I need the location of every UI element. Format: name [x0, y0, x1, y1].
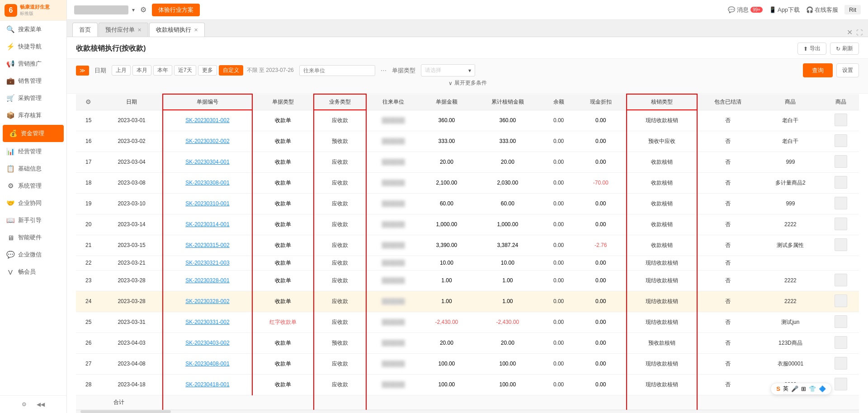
- table-row[interactable]: 27 2023-04-08 SK-20230408-001 收款单 应收款 ██…: [76, 353, 859, 374]
- table-row[interactable]: 20 2023-03-14 SK-20230314-001 收款单 应收款 ██…: [76, 214, 859, 235]
- col-biz-type[interactable]: 业务类型: [314, 94, 366, 110]
- voucher-link-7[interactable]: SK-20230321-003: [185, 260, 229, 266]
- scroll-bar[interactable]: [76, 410, 859, 413]
- tab-collection[interactable]: 收款核销执行 ✕: [149, 23, 205, 37]
- sidebar-item-采购管理[interactable]: 🛒采购管理: [0, 90, 66, 107]
- user-avatar[interactable]: Rit: [844, 5, 861, 14]
- col-voucher-no[interactable]: 单据编号: [163, 94, 252, 110]
- col-product2[interactable]: 商品: [823, 94, 859, 110]
- maximize-btn[interactable]: ⛶: [856, 29, 863, 36]
- table-row[interactable]: 19 2023-03-10 SK-20230310-001 收款单 应收款 ██…: [76, 193, 859, 214]
- sidebar-item-企业协同[interactable]: 🤝企业协同: [0, 195, 66, 212]
- tab-prepay[interactable]: 预付应付单 ✕: [99, 23, 148, 37]
- export-btn[interactable]: ⬆ 导出: [797, 43, 826, 55]
- voucher-link-4[interactable]: SK-20230310-001: [185, 200, 229, 207]
- close-window-btn[interactable]: ✕: [847, 28, 853, 37]
- app-download-btn[interactable]: 📱 App下载: [769, 6, 800, 14]
- cell-included-0: 否: [697, 110, 758, 131]
- voucher-link-0[interactable]: SK-20230301-002: [185, 117, 229, 123]
- cell-biz-type-13: 应收款: [314, 374, 366, 395]
- tab-home[interactable]: 首页: [72, 23, 98, 37]
- table-row[interactable]: 16 2023-03-02 SK-20230302-002 收款单 预收款 ██…: [76, 131, 859, 152]
- date-last-month-btn[interactable]: 上月: [112, 65, 131, 76]
- topbar-gear-icon[interactable]: ⚙: [138, 5, 148, 15]
- sidebar-item-基础信息[interactable]: 📋基础信息: [0, 160, 66, 177]
- counterpart-input[interactable]: [299, 65, 375, 76]
- col-amount[interactable]: 单据金额: [420, 94, 473, 110]
- setting-btn[interactable]: 设置: [836, 63, 859, 77]
- filter-toggle-btn[interactable]: ≫: [76, 66, 89, 76]
- sidebar-item-库存核算[interactable]: 📦库存核算: [0, 107, 66, 124]
- col-included[interactable]: 包含已结清: [697, 94, 758, 110]
- date-more-btn[interactable]: 更多: [198, 65, 217, 76]
- table-row[interactable]: 24 2023-03-28 SK-20230328-002 收款单 应收款 ██…: [76, 291, 859, 312]
- voucher-link-13[interactable]: SK-20230418-001: [185, 381, 229, 388]
- sidebar-item-营销推广[interactable]: 📢营销推广: [0, 55, 66, 72]
- filter-more-options[interactable]: ···: [381, 66, 387, 75]
- table-row[interactable]: 21 2023-03-15 SK-20230315-002 收款单 应收款 ██…: [76, 235, 859, 256]
- expand-conditions-btn[interactable]: ∨ 展开更多条件: [448, 79, 487, 87]
- sidebar-item-搜索菜单[interactable]: 🔍搜索菜单: [0, 21, 66, 38]
- refresh-btn[interactable]: ↻ 刷新: [830, 43, 859, 55]
- tab-prepay-close[interactable]: ✕: [137, 27, 142, 33]
- col-cancel-type[interactable]: 核销类型: [627, 94, 697, 110]
- sidebar-item-企业微信[interactable]: 💬企业微信: [0, 246, 66, 263]
- sidebar-item-销售管理[interactable]: 💼销售管理: [0, 72, 66, 90]
- sidebar-item-智能硬件[interactable]: 🖥智能硬件: [0, 229, 66, 246]
- voucher-link-10[interactable]: SK-20230331-002: [185, 319, 229, 325]
- voucher-link-6[interactable]: SK-20230315-002: [185, 242, 229, 248]
- sidebar-item-新手引导[interactable]: 📖新手引导: [0, 212, 66, 229]
- table-row[interactable]: 15 2023-03-01 SK-20230301-002 收款单 应收款 ██…: [76, 110, 859, 131]
- sidebar-item-系统管理[interactable]: ⚙系统管理: [0, 177, 66, 195]
- grid-icon[interactable]: ⊞: [801, 385, 806, 392]
- table-row[interactable]: 22 2023-03-21 SK-20230321-003 收款单 应收款 ██…: [76, 256, 859, 270]
- date-this-month-btn[interactable]: 本月: [132, 65, 151, 76]
- shirt-icon[interactable]: 👕: [809, 385, 816, 392]
- sidebar-item-经营管理[interactable]: 📊经营管理: [0, 143, 66, 160]
- message-btn[interactable]: 💬 消息 99+: [728, 6, 763, 14]
- voucher-type-select[interactable]: 请选择 ▾: [421, 64, 475, 76]
- voucher-link-1[interactable]: SK-20230302-002: [185, 138, 229, 144]
- mic-icon[interactable]: 🎤: [791, 385, 798, 392]
- table-row[interactable]: 17 2023-03-04 SK-20230304-001 收款单 应收款 ██…: [76, 152, 859, 172]
- col-date[interactable]: 日期: [101, 94, 163, 110]
- sidebar-collapse-btn[interactable]: ◀◀: [33, 399, 48, 409]
- voucher-link-8[interactable]: SK-20230328-001: [185, 277, 229, 284]
- online-service-btn[interactable]: 🎧 在线客服: [806, 6, 838, 14]
- sidebar-icon-9: ⚙: [6, 182, 14, 190]
- col-product1[interactable]: 商品: [758, 94, 823, 110]
- table-row[interactable]: 28 2023-04-18 SK-20230418-001 收款单 应收款 ██…: [76, 374, 859, 395]
- col-balance[interactable]: 余额: [542, 94, 575, 110]
- col-accum-amount[interactable]: 累计核销金额: [473, 94, 542, 110]
- cell-date-8: 2023-03-28: [101, 270, 163, 291]
- table-wrapper: ⚙ 日期 单据编号 单据类型 业务类型 往来单位 单据金额 累计核销金额 余额 …: [76, 94, 859, 410]
- voucher-link-3[interactable]: SK-20230308-001: [185, 180, 229, 186]
- query-btn[interactable]: 查询: [803, 63, 833, 77]
- voucher-link-11[interactable]: SK-20230403-002: [185, 340, 229, 346]
- voucher-link-2[interactable]: SK-20230304-001: [185, 159, 229, 165]
- table-row[interactable]: 25 2023-03-31 SK-20230331-002 红字收款单 应收款 …: [76, 312, 859, 332]
- sidebar-item-快捷导航[interactable]: ⚡快捷导航: [0, 38, 66, 55]
- voucher-link-5[interactable]: SK-20230314-001: [185, 221, 229, 228]
- table-row[interactable]: 23 2023-03-28 SK-20230328-001 收款单 应收款 ██…: [76, 270, 859, 291]
- solution-btn[interactable]: 体验行业方案: [152, 4, 200, 16]
- voucher-link-12[interactable]: SK-20230408-001: [185, 361, 229, 367]
- table-row[interactable]: 26 2023-04-03 SK-20230403-002 收款单 预收款 ██…: [76, 332, 859, 353]
- puzzle-icon[interactable]: 🔷: [819, 385, 826, 392]
- sidebar-item-畅会员[interactable]: V畅会员: [0, 263, 66, 280]
- col-discount[interactable]: 现金折扣: [575, 94, 627, 110]
- col-counterpart[interactable]: 往来单位: [366, 94, 420, 110]
- date-this-year-btn[interactable]: 本年: [153, 65, 172, 76]
- col-gear[interactable]: ⚙: [76, 94, 101, 110]
- date-7days-btn[interactable]: 近7天: [174, 65, 196, 76]
- col-voucher-type[interactable]: 单据类型: [252, 94, 314, 110]
- sidebar-item-资金管理[interactable]: 💰资金管理: [3, 125, 64, 142]
- horizontal-scrollbar[interactable]: [80, 410, 171, 413]
- table-row[interactable]: 18 2023-03-08 SK-20230308-001 收款单 应收款 ██…: [76, 172, 859, 193]
- cell-product1-0: 老白干: [758, 110, 823, 131]
- voucher-link-9[interactable]: SK-20230328-002: [185, 298, 229, 304]
- topbar-dropdown[interactable]: ▾: [132, 7, 135, 13]
- date-custom-btn[interactable]: 自定义: [219, 65, 243, 76]
- tab-collection-close[interactable]: ✕: [194, 27, 198, 33]
- sidebar-settings-btn[interactable]: ⚙: [18, 399, 30, 409]
